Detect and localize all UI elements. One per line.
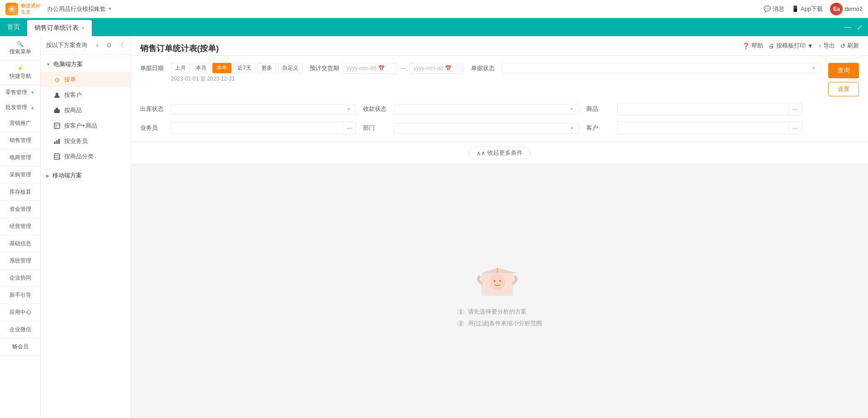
shortcut-7days[interactable]: 近7天	[233, 63, 255, 73]
by-category-icon	[53, 153, 61, 160]
add-scheme-button[interactable]: +	[93, 41, 102, 50]
settings-button[interactable]: 设置	[828, 82, 859, 96]
shortcut-last-month[interactable]: 上月	[171, 63, 190, 73]
shortcut-this-month[interactable]: 本月	[192, 63, 211, 73]
sidebar-item-basic-info[interactable]: 基础信息	[0, 235, 40, 252]
hint-text-2: 用[过滤]条件来缩小分析范围	[468, 319, 542, 328]
scheme-item-by-customer-goods[interactable]: 按客户+商品	[41, 118, 131, 133]
message-action[interactable]: 💬 消息	[764, 5, 784, 13]
shortcut-more[interactable]: 更多	[257, 63, 276, 73]
app-download-action[interactable]: 📱 App下载	[792, 5, 823, 13]
sidebar-item-inventory[interactable]: 库存核算	[0, 184, 40, 201]
inventory-label: 库存核算	[9, 188, 31, 196]
app-download-label: App下载	[801, 5, 823, 13]
shipment-arrow-icon: ▼	[346, 107, 351, 112]
tab-home[interactable]: 首页	[0, 18, 27, 36]
scheme-group-mobile-header[interactable]: ▶ 移动端方案	[41, 168, 131, 183]
shipment-label: 出库状态	[140, 105, 167, 113]
goods-input[interactable]	[618, 104, 789, 115]
filter-area: 单据日期 上月 本月 本年 近7天 更多 自定义 2023-01-0	[131, 56, 868, 142]
customer-dots-icon[interactable]: ···	[788, 122, 802, 134]
sidebar-item-wholesale[interactable]: 批发管理 ▲	[0, 100, 40, 115]
sidebar-item-enterprise-wechat[interactable]: 企业微信	[0, 321, 40, 338]
by-order-label: 按单	[64, 76, 76, 84]
sidebar-item-finance[interactable]: 资金管理	[0, 201, 40, 218]
export-action[interactable]: ↑ 导出	[819, 42, 835, 50]
newbie-label: 新手引导	[9, 291, 31, 299]
refresh-action[interactable]: ↺ 刷新	[840, 42, 859, 50]
finance-label: 资金管理	[9, 205, 31, 213]
search-button[interactable]: 查询	[828, 63, 859, 78]
scheme-item-by-goods[interactable]: 按商品	[41, 103, 131, 118]
salesperson-dots-icon[interactable]: ···	[343, 122, 356, 134]
tab-bar-actions: — ⤢	[842, 21, 868, 33]
tab-minimize-icon[interactable]: —	[842, 21, 853, 33]
expected-date-end[interactable]: yyyy-mm-dd 📅	[410, 63, 464, 74]
payment-select[interactable]: ▼	[394, 104, 579, 114]
sidebar-item-ecommerce[interactable]: 电商管理	[0, 149, 40, 166]
tab-close-icon[interactable]: ×	[81, 25, 85, 31]
purchase-label: 采购管理	[9, 171, 31, 179]
sidebar-item-app-center[interactable]: 应用中心	[0, 304, 40, 321]
salesperson-input[interactable]	[171, 123, 343, 134]
right-content: 销售订单统计表(按单) ❓ 帮助 🖨 按模板打印 ▼ ↑ 导出	[131, 36, 868, 418]
sidebar-item-search-menu[interactable]: 🔍 搜索菜单	[0, 36, 40, 61]
user-area[interactable]: Ea demo2	[830, 3, 863, 15]
company-selector[interactable]: 办公用品行业模拟账套 ▼	[47, 5, 112, 13]
scheme-group-pc-header[interactable]: ▼ 电脑端方案	[41, 57, 131, 72]
department-select[interactable]: ▼	[394, 123, 579, 133]
page-header: 销售订单统计表(按单) ❓ 帮助 🖨 按模板打印 ▼ ↑ 导出	[131, 36, 868, 56]
settings-scheme-button[interactable]: ⚙	[104, 41, 113, 50]
phone-icon: 📱	[792, 5, 799, 12]
shortcut-custom[interactable]: 自定义	[278, 63, 302, 73]
company-name: 办公用品行业模拟账套	[47, 5, 106, 13]
export-icon: ↑	[819, 43, 822, 49]
help-action[interactable]: ❓ 帮助	[742, 42, 763, 50]
by-customer-label: 按客户	[64, 91, 82, 99]
scheme-item-by-salesperson[interactable]: 按业务员	[41, 133, 131, 149]
shortcut-this-year[interactable]: 本年	[212, 63, 231, 73]
search-menu-icon: 🔍	[17, 41, 24, 47]
wholesale-label: 批发管理	[5, 104, 27, 111]
sidebar-item-retail[interactable]: 零售管理 ▼	[0, 85, 40, 100]
scheme-item-by-customer[interactable]: 按客户	[41, 87, 131, 103]
empty-hint-1: 1 请先选择要分析的方案	[457, 308, 542, 316]
svg-point-15	[499, 280, 501, 282]
svg-rect-8	[58, 139, 60, 144]
header-left: 畅捷通好生意 办公用品行业模拟账套 ▼	[5, 3, 112, 15]
by-customer-icon	[53, 91, 61, 99]
sidebar-item-marketing[interactable]: 营销推广	[0, 115, 40, 132]
salesperson-field[interactable]: ···	[171, 122, 356, 134]
sidebar-item-newbie[interactable]: 新手引导	[0, 287, 40, 304]
search-menu-label: 搜索菜单	[9, 48, 31, 56]
marketing-label: 营销推广	[9, 119, 31, 127]
sidebar-item-sales[interactable]: 销售管理	[0, 132, 40, 149]
goods-dots-icon[interactable]: ···	[788, 103, 802, 115]
collapse-up-icon: ∧∧	[476, 150, 486, 157]
page-inner: 按以下方案查询 + ⚙ 《 ▼ 电脑端方案 ⊙ 按单	[41, 36, 868, 418]
chevron-down-icon: ▼	[108, 6, 112, 11]
sidebar-item-membership[interactable]: 畅会员	[0, 338, 40, 356]
sidebar-item-operations[interactable]: 经营管理	[0, 218, 40, 235]
template-print-action[interactable]: 🖨 按模板打印 ▼	[769, 42, 813, 50]
customer-input[interactable]	[618, 123, 789, 134]
scheme-item-by-category[interactable]: 按商品分类	[41, 149, 131, 164]
expected-date-start[interactable]: yyyy-mm-dd 📅	[343, 63, 397, 74]
goods-field[interactable]: ···	[617, 103, 802, 115]
shipment-select[interactable]: ▼	[171, 104, 356, 114]
sidebar-item-purchase[interactable]: 采购管理	[0, 166, 40, 184]
customer-field[interactable]: ···	[617, 122, 802, 134]
collapse-button[interactable]: ∧∧ 收起更多条件	[469, 147, 530, 159]
sidebar-item-enterprise[interactable]: 企业协同	[0, 270, 40, 287]
status-select[interactable]: ▼	[502, 63, 821, 73]
scheme-item-by-order[interactable]: ⊙ 按单	[41, 72, 131, 87]
tab-active[interactable]: 销售订单统计表 ×	[27, 20, 92, 36]
tab-expand-icon[interactable]: ⤢	[855, 21, 864, 33]
svg-rect-2	[54, 109, 60, 113]
calendar-end-icon: 📅	[445, 65, 452, 71]
sidebar-item-quick-nav[interactable]: ⚡ 快捷导航	[0, 61, 40, 85]
sidebar-item-system[interactable]: 系统管理	[0, 252, 40, 270]
sidebar: 🔍 搜索菜单 ⚡ 快捷导航 零售管理 ▼ 批发管理 ▲ 营销推广 销售管理 电商…	[0, 36, 41, 418]
collapse-panel-button[interactable]: 《	[116, 41, 125, 50]
scheme-group-mobile: ▶ 移动端方案	[41, 166, 131, 185]
